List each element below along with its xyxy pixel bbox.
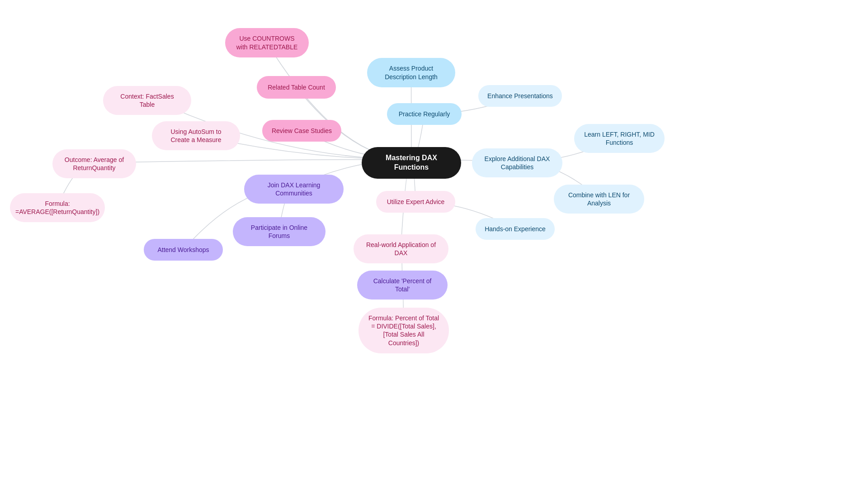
node-calculate_percent: Calculate 'Percent of Total': [357, 271, 448, 300]
node-explore_additional: Explore Additional DAX Capabilities: [472, 148, 562, 177]
node-context_factsales: Context: FactSales Table: [103, 86, 191, 115]
node-participate_online: Participate in Online Forums: [233, 217, 326, 246]
node-combine_len: Combine with LEN for Analysis: [554, 185, 644, 214]
node-use_countrows: Use COUNTROWS with RELATEDTABLE: [225, 28, 309, 57]
node-enhance_presentations: Enhance Presentations: [478, 85, 562, 107]
node-related_table_count: Related Table Count: [257, 76, 336, 99]
node-assess_product: Assess Product Description Length: [367, 58, 455, 87]
node-using_autosum: Using AutoSum to Create a Measure: [152, 121, 240, 150]
node-realworld_app: Real-world Application of DAX: [354, 234, 448, 263]
node-attend_workshops: Attend Workshops: [144, 239, 223, 261]
node-review_case_studies: Review Case Studies: [262, 120, 341, 142]
node-formula_percent: Formula: Percent of Total = DIVIDE([Tota…: [359, 308, 449, 353]
node-learn_left_right: Learn LEFT, RIGHT, MID Functions: [574, 124, 665, 153]
node-practice_regularly: Practice Regularly: [387, 103, 462, 125]
node-center: Mastering DAX Functions: [362, 147, 461, 179]
node-join_dax_communities: Join DAX Learning Communities: [244, 175, 344, 204]
node-formula_average: Formula: =AVERAGE([ReturnQuantity]): [10, 193, 105, 222]
node-utilize_expert: Utilize Expert Advice: [376, 191, 455, 213]
node-outcome_average: Outcome: Average of ReturnQuantity: [52, 149, 136, 178]
node-hands_on: Hands-on Experience: [476, 218, 555, 240]
